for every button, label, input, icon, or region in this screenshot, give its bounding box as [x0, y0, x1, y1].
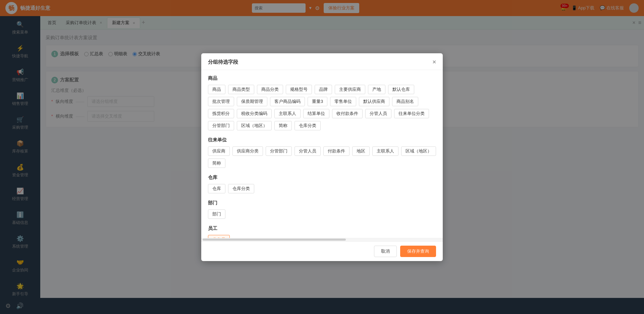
field-tag-dept[interactable]: 分管部门 [208, 121, 234, 130]
partner-field-grid: 供应商 供应商分类 分管部门 分管人员 付款条件 地区 主联系人 区域（地区） … [208, 146, 436, 168]
field-tag-main-supplier[interactable]: 主要供应商 [335, 85, 365, 94]
field-tag-batch[interactable]: 批次管理 [208, 97, 234, 106]
field-tag-payment-terms[interactable]: 收付款条件 [332, 109, 363, 118]
field-tag-spec[interactable]: 规格型号 [286, 85, 312, 94]
section-warehouse-title: 仓库 [208, 175, 436, 181]
section-partner-title: 往来单位 [208, 137, 436, 143]
modal-body[interactable]: 商品 商品 商品类型 商品分类 规格型号 品牌 主要供应商 产地 默认仓库 批次… [201, 70, 443, 238]
field-tag-partner-region[interactable]: 区域（地区） [401, 146, 436, 156]
section-employee-title: 员工 [208, 226, 436, 232]
modal-title: 分组待选字段 [208, 59, 238, 65]
section-department: 部门 部门 [208, 200, 436, 219]
employee-field-grid: 业务员 [208, 235, 436, 238]
field-tag-short-name[interactable]: 简称 [274, 121, 292, 130]
section-partner: 往来单位 供应商 供应商分类 分管部门 分管人员 付款条件 地区 主联系人 区域… [208, 137, 436, 168]
modal-header: 分组待选字段 × [201, 53, 443, 70]
field-tag-manager[interactable]: 分管人员 [365, 109, 391, 118]
field-select-modal: 分组待选字段 × 商品 商品 商品类型 商品分类 规格型号 品牌 主要供应商 产… [201, 53, 443, 261]
modal-close-button[interactable]: × [432, 59, 436, 66]
warehouse-field-grid: 仓库 仓库分类 [208, 184, 436, 193]
department-field-grid: 部门 [208, 209, 436, 219]
cancel-button[interactable]: 取消 [374, 246, 397, 257]
field-tag-region[interactable]: 区域（地区） [237, 121, 272, 130]
field-tag-partner-dept[interactable]: 分管部门 [266, 146, 292, 156]
field-tag-goods-category[interactable]: 商品分类 [257, 85, 283, 94]
field-tag-warehouse-cat[interactable]: 仓库分类 [294, 121, 321, 130]
section-department-title: 部门 [208, 200, 436, 206]
field-tag-area[interactable]: 地区 [352, 146, 370, 156]
field-tag-default-warehouse[interactable]: 默认仓库 [388, 85, 414, 94]
field-tag-supplier-cat[interactable]: 供应商分类 [232, 146, 263, 156]
field-tag-brand[interactable]: 品牌 [315, 85, 332, 94]
modal-footer: 取消 保存并查询 [201, 241, 443, 261]
field-tag-salesperson[interactable]: 业务员 [208, 235, 230, 238]
field-tag-origin[interactable]: 产地 [368, 85, 385, 94]
field-tag-partner-short[interactable]: 简称 [208, 159, 225, 168]
field-tag-default-supplier[interactable]: 默认供应商 [359, 97, 389, 106]
field-tag-partner-contact[interactable]: 主联系人 [372, 146, 398, 156]
section-goods: 商品 商品 商品类型 商品分类 规格型号 品牌 主要供应商 产地 默认仓库 批次… [208, 75, 436, 130]
section-warehouse: 仓库 仓库 仓库分类 [208, 175, 436, 193]
field-tag-department[interactable]: 部门 [208, 209, 225, 219]
goods-field-grid: 商品 商品类型 商品分类 规格型号 品牌 主要供应商 产地 默认仓库 批次管理 … [208, 85, 436, 130]
field-tag-pick-score[interactable]: 拣货积分 [208, 109, 234, 118]
field-tag-retail-unit[interactable]: 零售单位 [330, 97, 356, 106]
field-tag-tax-code[interactable]: 税收分类编码 [237, 109, 272, 118]
field-tag-weight[interactable]: 重量3 [308, 97, 327, 106]
modal-overlay: 分组待选字段 × 商品 商品 商品类型 商品分类 规格型号 品牌 主要供应商 产… [0, 0, 644, 314]
field-tag-supplier[interactable]: 供应商 [208, 146, 230, 156]
field-tag-warehouse-category[interactable]: 仓库分类 [228, 184, 254, 193]
field-tag-partner-manager[interactable]: 分管人员 [294, 146, 321, 156]
modal-hscroll[interactable] [201, 238, 443, 241]
confirm-button[interactable]: 保存并查询 [400, 246, 436, 257]
field-tag-customer-code[interactable]: 客户商品编码 [270, 97, 305, 106]
section-employee: 员工 业务员 [208, 226, 436, 238]
modal-hscroll-thumb [203, 239, 346, 241]
field-tag-goods-type[interactable]: 商品类型 [228, 85, 254, 94]
field-tag-goods[interactable]: 商品 [208, 85, 225, 94]
field-tag-goods-alias[interactable]: 商品别名 [392, 97, 418, 106]
field-tag-payment-cond[interactable]: 付款条件 [323, 146, 350, 156]
section-goods-title: 商品 [208, 75, 436, 81]
field-tag-settlement-unit[interactable]: 结算单位 [303, 109, 329, 118]
field-tag-partner-category[interactable]: 往来单位分类 [394, 109, 429, 118]
field-tag-warehouse[interactable]: 仓库 [208, 184, 225, 193]
field-tag-main-contact[interactable]: 主联系人 [274, 109, 301, 118]
field-tag-expiry[interactable]: 保质期管理 [237, 97, 267, 106]
